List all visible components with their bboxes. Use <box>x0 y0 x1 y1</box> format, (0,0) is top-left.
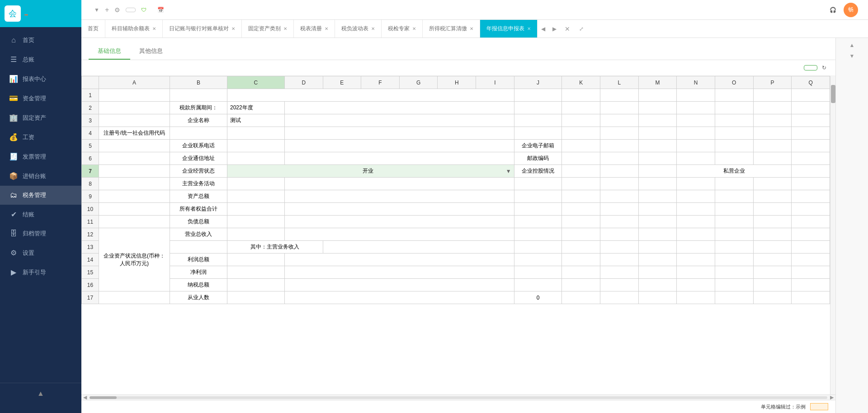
cell-7-NOP[interactable]: 私营企业 <box>677 165 792 178</box>
cell-3-L[interactable] <box>600 114 639 127</box>
cell-1-title[interactable] <box>227 89 514 102</box>
cell-12-N[interactable] <box>677 228 715 241</box>
cell-5-N[interactable] <box>677 140 715 152</box>
tab-nav-next[interactable]: ▶ <box>549 26 560 32</box>
cell-5-P[interactable] <box>753 140 792 152</box>
sidebar-scroll-up[interactable]: ▲ <box>0 388 81 399</box>
col-header-C[interactable]: C <box>227 76 284 89</box>
vertical-scrollbar[interactable] <box>830 76 835 394</box>
cell-12-B[interactable]: 营业总收入 <box>170 228 227 241</box>
tab-fixed-asset-type[interactable]: 固定资产类别✕ <box>242 20 294 38</box>
cell-6-rest[interactable] <box>284 152 514 165</box>
cell-3-Q[interactable] <box>792 114 830 127</box>
tab-close-tax-declaration[interactable]: ✕ <box>325 26 328 31</box>
cell-10-K[interactable] <box>562 203 600 216</box>
cell-4-B[interactable] <box>170 127 227 140</box>
cell-15-P[interactable] <box>753 266 792 279</box>
cell-14-rest[interactable] <box>284 253 514 266</box>
header-service-button[interactable]: 🎧 <box>830 7 838 13</box>
cell-7-A[interactable] <box>99 165 170 178</box>
cell-1-Q[interactable] <box>792 89 830 102</box>
cell-14-Q[interactable] <box>792 253 830 266</box>
col-header-O[interactable]: O <box>715 76 753 89</box>
cell-3-M[interactable] <box>638 114 677 127</box>
sidebar-item-guide[interactable]: ▶新手引导 <box>0 263 81 282</box>
cell-14-M[interactable] <box>638 253 677 266</box>
cell-10-L[interactable] <box>600 203 639 216</box>
v-scrollbar-thumb[interactable] <box>831 85 835 103</box>
cell-16-O[interactable] <box>715 279 753 291</box>
cell-16-M[interactable] <box>638 279 677 291</box>
cell-3-B[interactable]: 企业名称 <box>170 114 227 127</box>
cell-9-A[interactable] <box>99 190 170 203</box>
cell-4-M[interactable] <box>638 127 677 140</box>
cell-8-C[interactable] <box>227 178 284 190</box>
cell-5-Q[interactable] <box>792 140 830 152</box>
cell-12-rest[interactable] <box>284 228 514 241</box>
year-nav-down[interactable]: ▼ <box>845 51 859 61</box>
cell-8-K[interactable] <box>562 178 600 190</box>
sidebar-pin-button[interactable] <box>0 399 81 408</box>
cell-10-J[interactable] <box>514 203 562 216</box>
cell-16-B[interactable]: 纳税总额 <box>170 279 227 291</box>
cell-4-rest[interactable] <box>284 127 514 140</box>
cell-1-N[interactable] <box>677 89 715 102</box>
cell-15-N[interactable] <box>677 266 715 279</box>
cell-11-O[interactable] <box>715 216 753 228</box>
cell-6-C[interactable] <box>227 152 284 165</box>
cell-7-Q[interactable] <box>792 165 830 178</box>
cell-13-P[interactable] <box>753 241 792 253</box>
cell-10-P[interactable] <box>753 203 792 216</box>
cell-1-M[interactable] <box>638 89 677 102</box>
cell-12-K[interactable] <box>562 228 600 241</box>
cell-14-L[interactable] <box>600 253 639 266</box>
col-header-L[interactable]: L <box>600 76 639 89</box>
sidebar-item-asset[interactable]: 🏢固定资产 <box>0 108 81 127</box>
cell-11-B[interactable]: 负债总额 <box>170 216 227 228</box>
cell-5-K[interactable] <box>562 140 600 152</box>
cell-2-M[interactable] <box>638 102 677 114</box>
cell-17-C[interactable] <box>227 291 284 304</box>
col-header-A[interactable]: A <box>99 76 170 89</box>
switch-old-version-button[interactable] <box>126 8 136 12</box>
cell-17-rest[interactable] <box>284 291 514 304</box>
cell-6-P[interactable] <box>753 152 792 165</box>
sidebar-item-tax[interactable]: 🗂税务管理 <box>0 186 81 205</box>
cell-1-J[interactable] <box>514 89 562 102</box>
cell-10-B[interactable]: 所有者权益合计 <box>170 203 227 216</box>
col-header-K[interactable]: K <box>562 76 600 89</box>
cell-5-M[interactable] <box>638 140 677 152</box>
cell-9-L[interactable] <box>600 190 639 203</box>
col-header-E[interactable]: E <box>323 76 361 89</box>
cell-7-dropdown[interactable]: 开业 ▼ <box>227 165 514 178</box>
cell-5-O[interactable] <box>715 140 753 152</box>
cell-17-Q[interactable] <box>792 291 830 304</box>
cell-5-A[interactable] <box>99 140 170 152</box>
cell-11-C[interactable] <box>227 216 284 228</box>
sidebar-item-inventory[interactable]: 📦进销台账 <box>0 166 81 186</box>
cell-3-N[interactable] <box>677 114 715 127</box>
cell-9-rest[interactable] <box>284 190 514 203</box>
cell-8-M[interactable] <box>638 178 677 190</box>
cell-3-J[interactable] <box>514 114 562 127</box>
cell-11-N[interactable] <box>677 216 715 228</box>
cell-9-J[interactable] <box>514 190 562 203</box>
cell-13-Q[interactable] <box>792 241 830 253</box>
cell-1-L[interactable] <box>600 89 639 102</box>
tab-tax-wave[interactable]: 税负波动表✕ <box>335 20 382 38</box>
cell-17-M[interactable] <box>638 291 677 304</box>
cell-2-P[interactable] <box>753 102 792 114</box>
cell-2-N[interactable] <box>677 102 715 114</box>
cell-14-N[interactable] <box>677 253 715 266</box>
cell-16-J[interactable] <box>514 279 562 291</box>
cell-13-B[interactable] <box>170 241 227 253</box>
cell-12-A-merged[interactable]: 企业资产状况信息(币种：人民币万元) <box>99 228 170 291</box>
cell-16-N[interactable] <box>677 279 715 291</box>
cell-10-C[interactable] <box>227 203 284 216</box>
sidebar-item-report[interactable]: 📊报表中心 <box>0 69 81 89</box>
header-dropdown-arrow[interactable]: ▼ <box>94 7 99 13</box>
cell-14-K[interactable] <box>562 253 600 266</box>
cell-12-L[interactable] <box>600 228 639 241</box>
cell-13-M[interactable] <box>638 241 677 253</box>
tab-tax-declaration[interactable]: 税表清册✕ <box>294 20 335 38</box>
